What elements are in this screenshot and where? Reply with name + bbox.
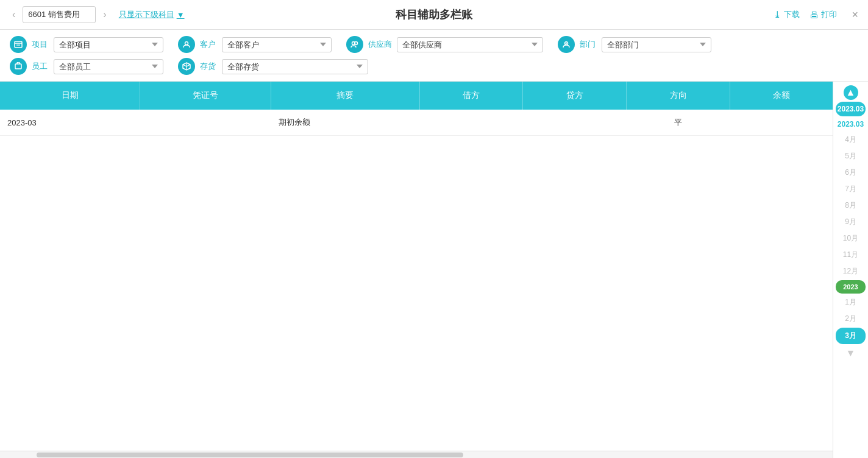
employee-icon xyxy=(10,58,27,75)
side-panel: ▲ 2023.03 2023.03 4月 5月 6月 7月 8 xyxy=(833,82,868,458)
side-item-2023-03-highlight[interactable]: 2023.03 xyxy=(836,102,866,116)
side-item-9[interactable]: 9月 xyxy=(833,214,868,230)
side-item-11[interactable]: 11月 xyxy=(833,247,868,263)
filter-row-supplier: 供应商 全部供应商 xyxy=(346,36,543,53)
cell-summary: 期初余额 xyxy=(271,110,420,136)
filter-area: 项目 全部项目 客户 全部客户 xyxy=(0,30,868,82)
supplier-select[interactable]: 全部供应商 xyxy=(397,37,543,52)
table-row: 2023-03 期初余额 平 xyxy=(0,110,833,136)
table-header: 日期 凭证号 摘要 借方 贷方 方向 余额 xyxy=(0,82,833,110)
svg-point-7 xyxy=(566,43,567,44)
close-button[interactable]: × xyxy=(852,9,858,21)
show-sublevel-dropdown-icon: ▼ xyxy=(177,10,185,19)
cell-credit xyxy=(523,110,627,136)
col-credit: 贷方 xyxy=(523,82,627,110)
top-bar: ‹ 6601 销售费用 › 只显示下级科目 ▼ 科目辅助多栏账 ⤓ 下载 🖶 打… xyxy=(0,0,868,30)
customer-label: 客户 xyxy=(200,39,217,50)
employee-label: 员工 xyxy=(32,61,49,72)
department-icon xyxy=(558,36,575,53)
table-area: 日期 凭证号 摘要 借方 贷方 方向 余额 2023-03 期初余额 xyxy=(0,82,833,458)
customer-icon xyxy=(178,36,195,53)
side-item-1[interactable]: 1月 xyxy=(833,294,868,311)
cell-voucher xyxy=(140,110,271,136)
svg-rect-8 xyxy=(15,64,21,69)
col-date: 日期 xyxy=(0,82,140,110)
show-sublevel-label: 只显示下级科目 xyxy=(119,9,174,20)
side-item-year-2023[interactable]: 2023 xyxy=(836,280,866,294)
col-balance: 余额 xyxy=(730,82,833,110)
department-label: 部门 xyxy=(580,39,597,50)
inventory-select[interactable]: 全部存货 xyxy=(222,59,368,74)
side-item-8[interactable]: 8月 xyxy=(833,197,868,214)
inventory-label: 存货 xyxy=(200,61,217,72)
side-item-2023-03[interactable]: 2023.03 xyxy=(833,117,868,132)
project-select[interactable]: 全部项目 xyxy=(54,37,163,52)
horizontal-scrollbar[interactable] xyxy=(0,451,833,458)
col-debit: 借方 xyxy=(419,82,523,110)
filter-row-inventory: 存货 全部存货 xyxy=(178,58,368,75)
svg-point-5 xyxy=(355,42,358,45)
page-title: 科目辅助多栏账 xyxy=(396,7,472,22)
supplier-label: 供应商 xyxy=(368,39,392,50)
table-body: 2023-03 期初余额 平 xyxy=(0,110,833,136)
side-item-3-active[interactable]: 3月 xyxy=(836,328,866,344)
svg-point-3 xyxy=(185,42,188,45)
project-icon xyxy=(10,36,27,53)
cell-balance xyxy=(730,110,833,136)
side-item-2[interactable]: 2月 xyxy=(833,311,868,327)
svg-rect-0 xyxy=(15,41,22,48)
print-button[interactable]: 🖶 打印 xyxy=(809,9,837,20)
prev-account-button[interactable]: ‹ xyxy=(10,8,18,21)
account-code: 6601 销售费用 xyxy=(23,6,96,23)
scrollbar-thumb xyxy=(37,453,463,457)
top-actions: ⤓ 下载 🖶 打印 × xyxy=(774,9,858,21)
show-sublevel-toggle[interactable]: 只显示下级科目 ▼ xyxy=(119,9,185,20)
project-label: 项目 xyxy=(32,39,49,50)
department-select[interactable]: 全部部门 xyxy=(602,37,711,52)
side-item-5[interactable]: 5月 xyxy=(833,148,868,164)
supplier-icon xyxy=(346,36,363,53)
data-table: 日期 凭证号 摘要 借方 贷方 方向 余额 2023-03 期初余额 xyxy=(0,82,833,136)
download-icon: ⤓ xyxy=(774,9,781,20)
side-item-4[interactable]: 4月 xyxy=(833,132,868,148)
next-account-button[interactable]: › xyxy=(101,8,108,21)
side-item-12[interactable]: 12月 xyxy=(833,263,868,280)
employee-select[interactable]: 全部员工 xyxy=(54,59,163,74)
table-empty-area xyxy=(0,136,833,451)
side-scroll-up-button[interactable]: ▲ xyxy=(844,85,858,100)
cell-debit xyxy=(419,110,523,136)
filter-row-department: 部门 全部部门 xyxy=(558,36,711,53)
download-button[interactable]: ⤓ 下载 xyxy=(774,9,800,20)
filter-row-customer: 客户 全部客户 xyxy=(178,36,332,53)
inventory-icon xyxy=(178,58,195,75)
customer-select[interactable]: 全部客户 xyxy=(222,37,332,52)
side-item-10[interactable]: 10月 xyxy=(833,230,868,247)
print-icon: 🖶 xyxy=(809,10,819,20)
content-area: 日期 凭证号 摘要 借方 贷方 方向 余额 2023-03 期初余额 xyxy=(0,82,868,458)
main-window: ‹ 6601 销售费用 › 只显示下级科目 ▼ 科目辅助多栏账 ⤓ 下载 🖶 打… xyxy=(0,0,868,458)
col-voucher: 凭证号 xyxy=(140,82,271,110)
cell-direction: 平 xyxy=(627,110,730,136)
cell-date: 2023-03 xyxy=(0,110,140,136)
col-direction: 方向 xyxy=(627,82,730,110)
side-item-6[interactable]: 6月 xyxy=(833,164,868,181)
filter-row-project: 项目 全部项目 xyxy=(10,36,163,53)
side-item-7[interactable]: 7月 xyxy=(833,181,868,197)
col-summary: 摘要 xyxy=(271,82,420,110)
side-scroll-down-button[interactable]: ▼ xyxy=(844,346,858,361)
filter-row-employee: 员工 全部员工 xyxy=(10,58,163,75)
